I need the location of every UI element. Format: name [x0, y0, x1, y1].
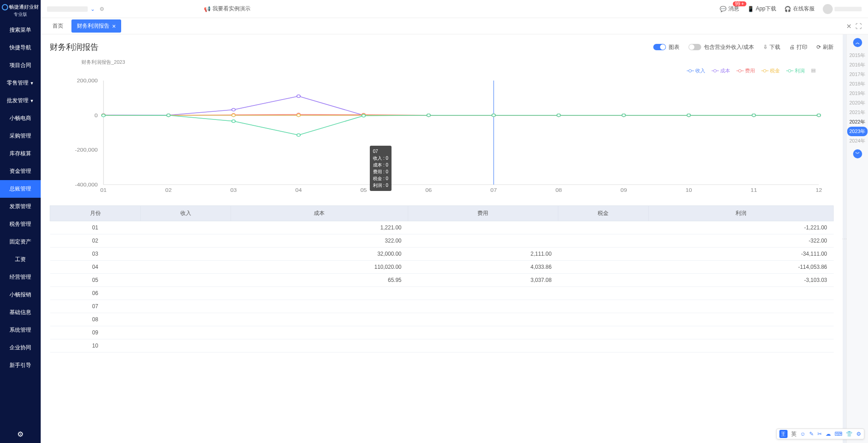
svg-text:03: 03 [230, 188, 236, 192]
legend-item-4[interactable]: 利润 [786, 67, 805, 74]
table-row: 08 [50, 313, 834, 326]
sidebar-item-16[interactable]: 基础信息 [0, 304, 41, 321]
legend-hide-icon[interactable]: ▤ [811, 67, 816, 74]
sidebar-item-4[interactable]: 批发管理▼ [0, 92, 41, 110]
year-item[interactable]: 2021年 [847, 108, 868, 117]
print-button[interactable]: 🖨打印 [789, 43, 807, 51]
table-row: 02322.00-322.00 [50, 234, 834, 248]
sidebar-item-14[interactable]: 经营管理 [0, 268, 41, 286]
sidebar-item-11[interactable]: 税务管理 [0, 215, 41, 233]
ime-gear-icon[interactable]: ⚙ [856, 431, 861, 437]
company-settings-icon[interactable]: ⚙ [99, 6, 104, 12]
sidebar-item-3[interactable]: 零售管理▼ [0, 74, 41, 92]
legend-item-0[interactable]: 收入 [687, 67, 705, 74]
ime-keyboard-icon[interactable]: ⌨ [835, 431, 842, 437]
legend-item-2[interactable]: 费用 [736, 67, 755, 74]
company-selector[interactable]: ⌄ ⚙ [47, 6, 104, 12]
chevron-down-icon: ▼ [30, 81, 34, 86]
table-row: 0332,000.002,111.00-34,111.00 [50, 248, 834, 261]
svg-point-77 [752, 114, 756, 117]
year-item[interactable]: 2017年 [847, 70, 868, 79]
service-link[interactable]: 🎧 在线客服 [784, 5, 815, 13]
sidebar-item-15[interactable]: 小畅报销 [0, 286, 41, 304]
sidebar-item-0[interactable]: 搜索菜单 [0, 21, 41, 39]
svg-point-71 [362, 114, 365, 117]
sidebar: 畅捷通好业财 专业版 搜索菜单快捷导航项目合同零售管理▼批发管理▼小畅电商采购管… [0, 0, 41, 443]
logo-icon [2, 4, 8, 10]
table-header: 费用 [408, 206, 558, 221]
table-row: 10 [50, 339, 834, 352]
svg-text:06: 06 [425, 188, 432, 192]
year-item[interactable]: 2024年 [847, 136, 868, 146]
year-item[interactable]: 2020年 [847, 98, 868, 108]
legend-item-1[interactable]: 成本 [712, 67, 730, 74]
table-header: 收入 [141, 206, 231, 221]
ime-shirt-icon[interactable]: 👕 [846, 431, 853, 437]
rail-down-icon[interactable]: ︾ [853, 149, 862, 158]
close-icon[interactable]: × [112, 23, 116, 29]
headset-icon: 🎧 [784, 6, 791, 12]
settings-icon[interactable]: ⚙ [0, 425, 41, 443]
svg-point-78 [817, 114, 821, 117]
svg-point-57 [232, 114, 236, 117]
sidebar-item-18[interactable]: 企业协同 [0, 339, 41, 357]
ime-emoji-icon[interactable]: ☺ [800, 431, 806, 437]
chart-toggle[interactable] [653, 44, 666, 50]
ime-cloud-icon[interactable]: ☁ [826, 431, 831, 437]
table-row: 07 [50, 300, 834, 313]
rail-up-icon[interactable]: ︽ [853, 38, 862, 47]
sidebar-item-19[interactable]: 新手引导 [0, 357, 41, 374]
demo-label: 我要看实例演示 [212, 5, 250, 13]
svg-point-69 [232, 120, 236, 123]
year-item[interactable]: 2022年 [847, 117, 868, 127]
year-item[interactable]: 2018年 [847, 79, 868, 89]
sidebar-item-6[interactable]: 采购管理 [0, 127, 41, 145]
demo-link[interactable]: 📢 我要看实例演示 [204, 5, 250, 13]
svg-text:02: 02 [165, 188, 172, 192]
download-button[interactable]: ⇩下载 [763, 43, 780, 51]
messages-link[interactable]: 💬 消息 99 + [720, 5, 739, 13]
sidebar-item-2[interactable]: 项目合同 [0, 57, 41, 74]
svg-text:05: 05 [360, 188, 367, 192]
svg-text:01: 01 [100, 188, 107, 192]
fullscreen-icon[interactable]: ⛶ [855, 23, 862, 30]
tab-home[interactable]: 首页 [47, 19, 69, 33]
tabs-close-all-icon[interactable]: ✕ [846, 23, 852, 30]
drag-handle[interactable]: ⋮ [843, 34, 846, 443]
svg-text:04: 04 [295, 188, 302, 192]
sidebar-item-1[interactable]: 快捷导航 [0, 39, 41, 57]
year-rail: ︽ 2015年2016年2017年2018年2019年2020年2021年202… [846, 34, 868, 443]
sidebar-item-5[interactable]: 小畅电商 [0, 110, 41, 127]
ime-edit-icon[interactable]: ✎ [809, 431, 814, 437]
year-item[interactable]: 2015年 [847, 51, 868, 60]
chart-container: 财务利润报告_2023 收入成本费用税金利润▤ 200,0000-200,000… [50, 56, 834, 201]
sidebar-item-10[interactable]: 发票管理 [0, 198, 41, 215]
tab-active[interactable]: 财务利润报告 × [71, 19, 121, 33]
year-item[interactable]: 2019年 [847, 89, 868, 98]
messages-badge: 99 + [733, 1, 746, 6]
download-link[interactable]: 📱 App下载 [747, 5, 776, 13]
chart-title: 财务利润报告_2023 [81, 59, 834, 66]
svg-text:07: 07 [491, 188, 497, 192]
sidebar-item-12[interactable]: 固定资产 [0, 233, 41, 251]
sidebar-item-9[interactable]: 总账管理 [0, 180, 41, 198]
table-header: 月份 [50, 206, 141, 221]
sidebar-item-13[interactable]: 工资 [0, 251, 41, 268]
chart-plot[interactable]: 200,0000-200,000-400,0000102030405060708… [52, 77, 825, 195]
user-menu[interactable] [823, 4, 862, 14]
ime-bar[interactable]: 王 英 ☺ ✎ ✂ ☁ ⌨ 👕 ⚙ [776, 429, 864, 439]
tabs-bar: 首页 财务利润报告 × ✕ ⛶ [41, 18, 868, 34]
sidebar-item-7[interactable]: 库存核算 [0, 145, 41, 162]
ime-lang[interactable]: 英 [791, 430, 797, 438]
extra-toggle[interactable] [689, 44, 701, 50]
ime-scissors-icon[interactable]: ✂ [817, 431, 822, 437]
year-item[interactable]: 2016年 [847, 60, 868, 70]
svg-point-72 [427, 114, 430, 117]
legend-item-3[interactable]: 税金 [761, 67, 780, 74]
year-item[interactable]: 2023年 [847, 127, 868, 136]
sidebar-menu: 搜索菜单快捷导航项目合同零售管理▼批发管理▼小畅电商采购管理库存核算资金管理总账… [0, 21, 41, 425]
sidebar-item-8[interactable]: 资金管理 [0, 162, 41, 180]
refresh-button[interactable]: ⟳刷新 [816, 43, 834, 51]
sidebar-item-17[interactable]: 系统管理 [0, 321, 41, 339]
svg-point-76 [687, 114, 691, 117]
